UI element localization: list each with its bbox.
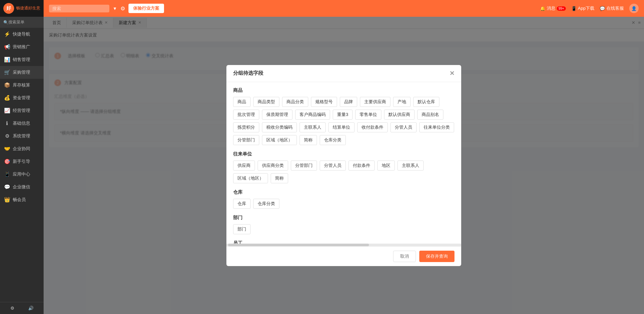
- field-tag-contact[interactable]: 主联系人: [397, 161, 424, 171]
- user-avatar[interactable]: 👤: [629, 4, 639, 13]
- field-tag-tax-code[interactable]: 税收分类编码: [262, 122, 297, 132]
- field-tag-warehouse[interactable]: 仓库: [233, 199, 251, 209]
- field-tag-settle-unit[interactable]: 结算单位: [328, 122, 355, 132]
- sidebar-item-member[interactable]: 👑 畅会员: [0, 193, 44, 206]
- field-tag-supplier-cat[interactable]: 供应商分类: [258, 161, 288, 171]
- trial-btn[interactable]: 体验行业方案: [128, 4, 164, 13]
- sidebar-logo: 好 畅捷通好生意: [0, 0, 44, 17]
- field-tag-batch-mgmt[interactable]: 批次管理: [233, 110, 259, 120]
- field-tag-dept[interactable]: 分管部门: [233, 135, 259, 145]
- save-query-button[interactable]: 保存并查询: [419, 251, 454, 262]
- sidebar-item-label: 系统管理: [13, 133, 30, 139]
- service-icon: 💬: [600, 6, 605, 11]
- marketing-icon: 📢: [4, 44, 10, 50]
- employee-section-title: 员工: [233, 240, 454, 244]
- audio-icon[interactable]: 🔊: [28, 306, 34, 311]
- sales-icon: 📊: [4, 57, 10, 63]
- cancel-button[interactable]: 取消: [393, 251, 416, 262]
- sidebar-item-app-center[interactable]: 📱 应用中心: [0, 168, 44, 181]
- field-tag-payment-cond[interactable]: 付款条件: [348, 161, 375, 171]
- field-tag-retail-unit[interactable]: 零售单位: [355, 110, 381, 120]
- sidebar-item-newbie[interactable]: 🎯 新手引导: [0, 155, 44, 168]
- online-service-item[interactable]: 💬 在线客服: [600, 5, 624, 11]
- sidebar-item-label: 库存核算: [13, 82, 30, 88]
- field-tag-area[interactable]: 地区: [377, 161, 395, 171]
- field-tag-brand[interactable]: 品牌: [340, 97, 357, 107]
- sidebar-item-inventory[interactable]: 📦 库存核算: [0, 79, 44, 91]
- field-tag-product[interactable]: 商品: [233, 97, 251, 107]
- field-tag-weight3[interactable]: 重量3: [333, 110, 353, 120]
- employee-section: 员工 业务员: [233, 240, 454, 244]
- sidebar-item-quick-nav[interactable]: ⚡ 快捷导航: [0, 28, 44, 41]
- partner-section: 往来单位 供应商 供应商分类 分管部门 分管人员 付款条件 地区 主联系人 区域…: [233, 151, 454, 183]
- field-tag-supplier[interactable]: 供应商: [233, 161, 255, 171]
- field-tag-short-name[interactable]: 简称: [300, 135, 317, 145]
- field-tag-product-alias[interactable]: 商品别名: [417, 110, 443, 120]
- field-tag-sup-short[interactable]: 简称: [271, 173, 288, 183]
- field-tag-warehouse-category[interactable]: 仓库分类: [253, 199, 279, 209]
- notice-badge: 99+: [557, 6, 566, 11]
- system-icon: ⚙: [4, 133, 10, 139]
- sidebar-search-item[interactable]: 🔍 搜索菜单: [0, 17, 44, 28]
- sidebar-item-label: 企业微信: [13, 184, 30, 190]
- logo-icon: 好: [3, 3, 14, 14]
- sidebar-search-label: 搜索菜单: [8, 19, 24, 25]
- field-tag-region[interactable]: 区域（地区）: [262, 135, 297, 145]
- sidebar-item-finance[interactable]: 💰 资金管理: [0, 91, 44, 104]
- field-tag-warehouse-cat[interactable]: 仓库分类: [320, 135, 346, 145]
- header-left: ▼ ⚙ 体验行业方案: [49, 4, 164, 13]
- header-search-input[interactable]: [49, 5, 109, 12]
- basic-info-icon: ℹ: [4, 120, 10, 126]
- download-icon: 📱: [571, 6, 577, 11]
- field-tag-customer-code[interactable]: 客户商品编码: [295, 110, 330, 120]
- field-tag-sup-dept[interactable]: 分管部门: [291, 161, 317, 171]
- field-tag-default-supplier[interactable]: 默认供应商: [384, 110, 415, 120]
- field-tag-pick-points[interactable]: 拣货积分: [233, 122, 259, 132]
- field-tag-product-type[interactable]: 商品类型: [253, 97, 279, 107]
- partner-fields: 供应商 供应商分类 分管部门 分管人员 付款条件 地区 主联系人 区域（地区） …: [233, 161, 454, 183]
- notice-label: 消息: [547, 5, 555, 11]
- field-tag-main-supplier[interactable]: 主要供应商: [360, 97, 390, 107]
- sidebar-item-marketing[interactable]: 📢 营销推广: [0, 41, 44, 53]
- field-tag-product-category[interactable]: 商品分类: [282, 97, 308, 107]
- modal-close-btn[interactable]: ✕: [449, 70, 454, 77]
- sidebar-item-label: 畅会员: [13, 197, 26, 203]
- member-icon: 👑: [4, 197, 10, 203]
- modal-horizontal-scrollbar[interactable]: [226, 244, 461, 246]
- field-tag-quality-mgmt[interactable]: 保质期管理: [262, 110, 292, 120]
- sidebar-item-sales[interactable]: 📊 销售管理: [0, 53, 44, 66]
- sidebar-item-wechat[interactable]: 💬 企业微信: [0, 181, 44, 193]
- purchase-icon: 🛒: [4, 69, 10, 75]
- sidebar-item-purchase[interactable]: 🛒 采购管理: [0, 66, 44, 79]
- product-section: 商品 商品 商品类型 商品分类 规格型号 品牌 主要供应商 产地 默认仓库 批次…: [233, 87, 454, 145]
- sidebar-item-operation[interactable]: 📈 经营管理: [0, 104, 44, 117]
- sidebar-item-label: 销售管理: [13, 57, 30, 63]
- settings-bottom-icon[interactable]: ⚙: [10, 306, 14, 311]
- notice-item[interactable]: 🔔 消息 99+: [540, 5, 566, 11]
- app-download-item[interactable]: 📱 App下载: [571, 5, 594, 11]
- department-section: 部门 部门: [233, 215, 454, 234]
- header: ▼ ⚙ 体验行业方案 🔔 消息 99+ 📱 App下载 💬 在线客服 👤: [44, 0, 644, 17]
- sidebar-item-system[interactable]: ⚙ 系统管理: [0, 130, 44, 142]
- field-tag-sup-region[interactable]: 区域（地区）: [233, 173, 268, 183]
- logo-text: 畅捷通好生意: [16, 6, 40, 11]
- newbie-icon: 🎯: [4, 159, 10, 165]
- modal-header: 分组待选字段 ✕: [226, 65, 461, 82]
- field-tag-supervisor[interactable]: 分管人员: [390, 122, 417, 132]
- avatar-icon: 👤: [629, 4, 639, 13]
- wechat-icon: 💬: [4, 184, 10, 190]
- settings-icon[interactable]: ⚙: [120, 5, 125, 12]
- field-tag-default-warehouse[interactable]: 默认仓库: [413, 97, 439, 107]
- notice-icon: 🔔: [540, 6, 545, 11]
- field-tag-department[interactable]: 部门: [233, 224, 251, 234]
- operation-icon: 📈: [4, 108, 10, 114]
- field-tag-payment-terms[interactable]: 收付款条件: [357, 122, 388, 132]
- field-tag-main-contact[interactable]: 主联系人: [300, 122, 326, 132]
- field-tag-partner-category[interactable]: 往来单位分类: [419, 122, 454, 132]
- field-tag-origin[interactable]: 产地: [393, 97, 411, 107]
- collab-icon: 🤝: [4, 146, 10, 152]
- sidebar-item-basic-info[interactable]: ℹ 基础信息: [0, 117, 44, 130]
- field-tag-sup-person[interactable]: 分管人员: [320, 161, 346, 171]
- sidebar-item-collab[interactable]: 🤝 企业协同: [0, 142, 44, 155]
- field-tag-spec-model[interactable]: 规格型号: [311, 97, 337, 107]
